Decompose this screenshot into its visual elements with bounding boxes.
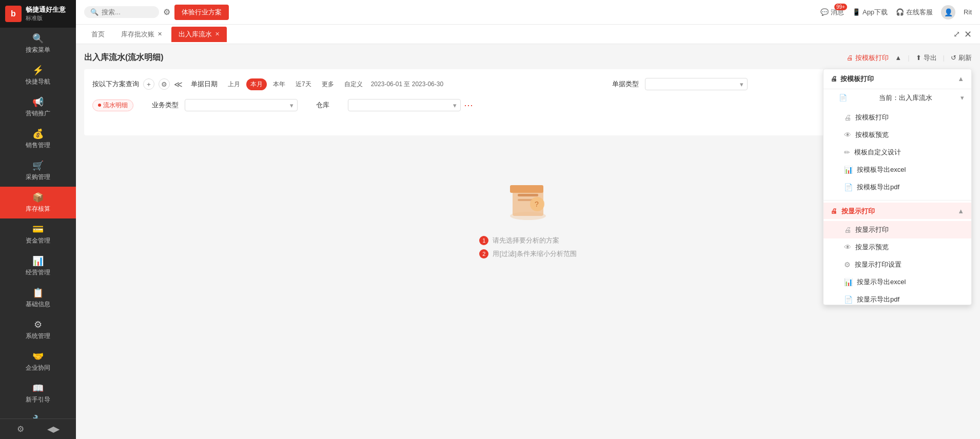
sidebar-item-2[interactable]: 📢 营销推广 bbox=[0, 91, 76, 123]
filter-add-btn[interactable]: + bbox=[143, 78, 154, 90]
sidebar-item-12[interactable]: 🔧 应用中心 bbox=[0, 409, 76, 418]
print-template-btn[interactable]: 🖨 按模板打印 bbox=[847, 53, 889, 63]
date-opt-more[interactable]: 更多 bbox=[318, 78, 338, 90]
app-download-btn[interactable]: 📱 App下载 bbox=[852, 8, 888, 17]
filter-active-tag[interactable]: 流水明细 bbox=[92, 99, 133, 111]
svg-text:?: ? bbox=[535, 200, 539, 208]
sidebar-label-2: 营销推广 bbox=[26, 109, 50, 118]
tab-batch-account-close[interactable]: ✕ bbox=[158, 31, 162, 37]
date-opt-7days[interactable]: 近7天 bbox=[291, 78, 316, 90]
sidebar-item-0[interactable]: 🔍 搜索菜单 bbox=[0, 28, 76, 59]
page-header: 出入库流水(流水明细) 🖨 按模板打印 ▲ | ⬆ 导出 | bbox=[84, 52, 972, 63]
export-icon: ⬆ bbox=[916, 54, 922, 62]
sidebar-icon-9: ⚙ bbox=[34, 319, 42, 330]
filter-date-section: 单据日期 上月 本月 本年 近7天 更多 自定义 2023-06-01 至 20… bbox=[191, 78, 443, 90]
dropdown-item-export-pdf-display[interactable]: 📄 按显示导出pdf bbox=[824, 291, 971, 305]
collapse-icon[interactable]: ◀▶ bbox=[47, 424, 60, 434]
print-chevron-icon[interactable]: ▲ bbox=[895, 54, 901, 62]
sidebar-item-5[interactable]: 📦 库存核算 bbox=[0, 187, 76, 218]
sidebar-item-8[interactable]: 📋 基础信息 bbox=[0, 282, 76, 314]
dropdown-item-preview-display[interactable]: 👁 按显示预览 bbox=[824, 238, 971, 256]
settings-gear-icon[interactable]: ⚙ bbox=[163, 7, 170, 17]
export-btn[interactable]: ⬆ 导出 bbox=[916, 53, 937, 63]
biz-type-select[interactable] bbox=[185, 99, 298, 111]
sidebar-item-9[interactable]: ⚙ 系统管理 bbox=[0, 314, 76, 346]
tab-batch-account[interactable]: 库存批次账 ✕ bbox=[114, 27, 169, 42]
settings-icon[interactable]: ⚙ bbox=[17, 424, 24, 434]
tag-dot bbox=[98, 104, 101, 107]
date-options: 上月 本月 本年 近7天 更多 自定义 bbox=[224, 78, 367, 90]
svg-rect-2 bbox=[510, 185, 543, 193]
sidebar-label-1: 快捷导航 bbox=[26, 77, 50, 86]
app-download-label: App下载 bbox=[863, 8, 888, 17]
dropdown-display-section: 🖨 按显示打印 👁 按显示预览 ⚙ 按显示打印设置 bbox=[824, 219, 971, 305]
sidebar-menu: 🔍 搜索菜单 ⚡ 快捷导航 📢 营销推广 💰 销售管理 🛒 采购管理 📦 库存核… bbox=[0, 28, 76, 418]
tab-bar: 首页 库存批次账 ✕ 出入库流水 ✕ ⤢ ✕ bbox=[76, 25, 980, 44]
dropdown-display-section-header[interactable]: 🖨 按显示打印 ▲ bbox=[824, 203, 971, 219]
sidebar-item-7[interactable]: 📊 经营管理 bbox=[0, 250, 76, 282]
sidebar-item-3[interactable]: 💰 销售管理 bbox=[0, 123, 76, 155]
dropdown-item-preview-template[interactable]: 👁 按模板预览 bbox=[824, 126, 971, 144]
main-area: 🔍 ⚙ 体验行业方案 💬 消息 99+ 📱 App下载 🎧 在 bbox=[76, 0, 980, 439]
refresh-btn[interactable]: ↺ 刷新 bbox=[951, 53, 972, 63]
date-opt-this-year[interactable]: 本年 bbox=[269, 78, 289, 90]
date-opt-last-month[interactable]: 上月 bbox=[224, 78, 244, 90]
dropdown-item-print-display[interactable]: 🖨 按显示打印 bbox=[824, 221, 971, 238]
trial-btn[interactable]: 体验行业方案 bbox=[174, 5, 229, 20]
refresh-icon: ↺ bbox=[951, 54, 956, 62]
filter-setting-btn[interactable]: ⚙ bbox=[159, 78, 170, 90]
sidebar-item-4[interactable]: 🛒 采购管理 bbox=[0, 155, 76, 187]
online-service-label: 在线客服 bbox=[906, 8, 933, 17]
dropdown-item-print-template[interactable]: 🖨 按模板打印 bbox=[824, 109, 971, 126]
sidebar-item-6[interactable]: 💳 资金管理 bbox=[0, 218, 76, 250]
warehouse-select[interactable] bbox=[348, 99, 461, 111]
display-section-arrow[interactable]: ▲ bbox=[957, 207, 964, 215]
dropdown-collapse-icon[interactable]: ▲ bbox=[957, 75, 964, 83]
sidebar-label-8: 基础信息 bbox=[26, 300, 50, 309]
tab-home-label: 首页 bbox=[91, 30, 105, 39]
current-chevron-icon[interactable]: ▾ bbox=[961, 94, 964, 102]
dropdown-current-item[interactable]: 📄 当前：出入库流水 ▾ bbox=[824, 89, 971, 107]
date-opt-custom[interactable]: 自定义 bbox=[340, 78, 367, 90]
online-service-btn[interactable]: 🎧 在线客服 bbox=[896, 8, 933, 17]
warehouse-more-btn[interactable]: ⋯ bbox=[464, 99, 473, 111]
dropdown-item-export-pdf-template[interactable]: 📄 按模板导出pdf bbox=[824, 178, 971, 196]
doc-type-select[interactable] bbox=[645, 78, 748, 90]
design-small-icon: ✏ bbox=[844, 148, 850, 156]
tab-flow[interactable]: 出入库流水 ✕ bbox=[171, 27, 227, 42]
step-1-num: 1 bbox=[479, 236, 488, 245]
dropdown-item-custom-design[interactable]: ✏ 模板自定义设计 bbox=[824, 144, 971, 161]
empty-step-2: 2 用[过滤]条件来缩小分析范围 bbox=[479, 247, 576, 261]
sidebar-item-1[interactable]: ⚡ 快捷导航 bbox=[0, 59, 76, 91]
filter-collapse-btn[interactable]: ≪ bbox=[174, 79, 183, 89]
sidebar-label-6: 资金管理 bbox=[26, 236, 50, 245]
date-opt-this-month[interactable]: 本月 bbox=[246, 78, 267, 90]
tab-home[interactable]: 首页 bbox=[84, 27, 112, 42]
excel-small-icon: 📊 bbox=[844, 166, 853, 174]
username-label[interactable]: Rit bbox=[964, 8, 972, 16]
dropdown-item-export-excel-template[interactable]: 📊 按模板导出excel bbox=[824, 161, 971, 178]
dropdown-item-print-settings-display[interactable]: ⚙ 按显示打印设置 bbox=[824, 256, 971, 273]
display-print-icon: 🖨 bbox=[831, 207, 837, 215]
date-range: 2023-06-01 至 2023-06-30 bbox=[371, 80, 443, 89]
sidebar-item-10[interactable]: 🤝 企业协同 bbox=[0, 346, 76, 377]
sidebar-icon-6: 💳 bbox=[32, 224, 44, 235]
search-box[interactable]: 🔍 bbox=[84, 6, 159, 18]
print-display-icon: 🖨 bbox=[844, 226, 851, 234]
sidebar-icon-12: 🔧 bbox=[32, 414, 44, 418]
tab-flow-close[interactable]: ✕ bbox=[215, 31, 220, 37]
empty-step-1: 1 请先选择要分析的方案 bbox=[479, 234, 576, 247]
topbar-left: 🔍 ⚙ 体验行业方案 bbox=[84, 5, 815, 20]
dropdown-title: 🖨 按模板打印 bbox=[831, 74, 874, 84]
close-all-icon[interactable]: ✕ bbox=[964, 29, 972, 40]
dropdown-item-export-excel-display[interactable]: 📊 按显示导出excel bbox=[824, 273, 971, 291]
sidebar-item-11[interactable]: 📖 新手引导 bbox=[0, 377, 76, 409]
sidebar-icon-5: 📦 bbox=[32, 192, 44, 203]
preview-display-icon: 👁 bbox=[844, 243, 851, 251]
avatar[interactable]: 👤 bbox=[941, 5, 955, 19]
sidebar: b 畅捷通好生意 标准版 🔍 搜索菜单 ⚡ 快捷导航 📢 营销推广 💰 销售管理… bbox=[0, 0, 76, 439]
message-badge: 99+ bbox=[834, 4, 847, 10]
message-btn[interactable]: 💬 消息 99+ bbox=[820, 8, 844, 17]
search-input[interactable] bbox=[102, 8, 153, 16]
fullscreen-icon[interactable]: ⤢ bbox=[953, 29, 960, 39]
